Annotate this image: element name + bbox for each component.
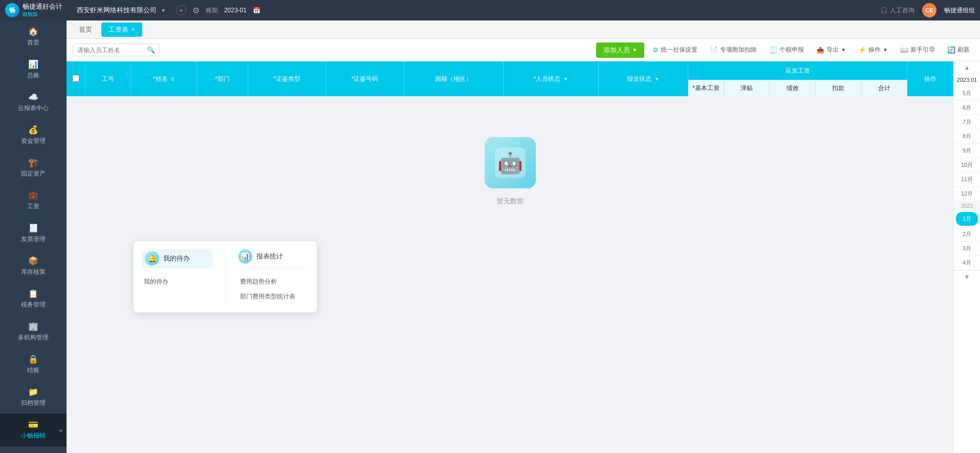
month-item-6[interactable]: 6月 <box>954 101 980 115</box>
month-item-3[interactable]: 3月 <box>954 242 980 256</box>
settings-icon[interactable]: ⚙ <box>192 6 200 15</box>
tab-salary-sheet[interactable]: 工资表 × <box>101 23 142 37</box>
sidebar-item-home[interactable]: 🏠 首页 <box>0 20 67 53</box>
sidebar-item-fixed-assets[interactable]: 🏗️ 固定资产 <box>0 152 67 184</box>
sidebar-item-basic-settings[interactable]: ⚙️ 基础设置 <box>0 446 67 453</box>
sidebar-item-salary[interactable]: 💼 工资 <box>0 184 67 217</box>
month-item-5[interactable]: 5月 <box>954 87 980 101</box>
month-item-12[interactable]: 12月 <box>954 187 980 201</box>
report-status-header: 报送状态 ▼ <box>598 61 688 96</box>
sidebar-item-cloud-report[interactable]: ☁️ 云报表中心 <box>0 86 67 119</box>
search-icon[interactable]: 🔍 <box>147 46 155 54</box>
popup-columns: 🔔 我的待办 我的待办 📊 报表统计 费用趋势分析 部门费用类型统计表 <box>142 249 309 304</box>
month-item-1[interactable]: 1月 <box>956 212 978 226</box>
name-sort-icon[interactable]: ⇅ <box>170 76 175 82</box>
month-navigator: ▲ 2023.01 5月 6月 7月 8月 9月 10月 11月 12月 202… <box>953 61 980 453</box>
operations-icon: ⚡ <box>858 46 866 54</box>
operations-button[interactable]: ⚡ 操作 ▼ <box>854 44 892 56</box>
refresh-icon: 🔄 <box>947 46 955 54</box>
search-input[interactable] <box>77 47 144 54</box>
popup-item-my-todo[interactable]: 我的待办 <box>142 274 213 289</box>
month-item-4[interactable]: 4月 <box>954 256 980 270</box>
popup-col-report-title: 报表统计 <box>256 252 283 261</box>
sidebar-item-invoice[interactable]: 🧾 发票管理 <box>0 217 67 250</box>
month-item-11[interactable]: 11月 <box>954 172 980 187</box>
sidebar-item-xiaochang[interactable]: 💳 小畅报销 ◀ <box>0 414 67 446</box>
empty-icon: 🤖 <box>485 137 536 188</box>
special-deduction-button[interactable]: 📄 专项附加扣除 <box>706 44 761 56</box>
sidebar-item-inventory[interactable]: 📦 库存核算 <box>0 250 67 283</box>
invoice-icon: 🧾 <box>28 223 38 233</box>
add-person-button[interactable]: 添加人员 ▼ <box>596 42 644 58</box>
add-button[interactable]: + <box>176 5 186 15</box>
social-security-icon: ⚙ <box>652 46 659 54</box>
month-nav-year: 2023.01 <box>954 74 980 87</box>
select-all-checkbox[interactable] <box>72 75 79 82</box>
service-button[interactable]: 🎧 人工咨询 <box>880 6 914 15</box>
refresh-button[interactable]: 🔄 刷新 <box>943 44 974 56</box>
status-filter-icon[interactable]: ▼ <box>563 76 568 82</box>
empty-text: 暂无数据 <box>497 197 524 206</box>
base-salary-header: *基本工资 <box>688 80 724 96</box>
sidebar-item-archive[interactable]: 📁 归档管理 <box>0 381 67 414</box>
search-box: 🔍 <box>73 44 160 56</box>
tab-bar: 首页 工资表 × <box>67 20 980 39</box>
sidebar-item-multi-org[interactable]: 🏢 多机构管理 <box>0 315 67 348</box>
calendar-icon[interactable]: 📅 <box>253 7 260 14</box>
sidebar-label-fund: 资金管理 <box>21 137 46 145</box>
tab-close-icon[interactable]: × <box>132 26 135 33</box>
tab-salary-label: 工资表 <box>108 25 128 34</box>
individual-tax-button[interactable]: 🧾 个税申报 <box>765 44 808 56</box>
sidebar-label-multi-org: 多机构管理 <box>18 333 49 342</box>
tab-home[interactable]: 首页 <box>72 23 99 37</box>
month-item-8[interactable]: 8月 <box>954 130 980 144</box>
performance-header: 绩效 <box>770 80 816 96</box>
sidebar-label-xiaochang: 小畅报销 <box>21 432 46 440</box>
popup-divider <box>225 249 226 304</box>
user-name: 畅捷通组组 <box>944 6 975 15</box>
sidebar-item-ledger[interactable]: 📊 总账 <box>0 53 67 86</box>
new-guide-button[interactable]: 📖 新手引导 <box>896 44 939 56</box>
sidebar-item-fund[interactable]: 💰 资金管理 <box>0 119 67 152</box>
payroll-group-header: 应发工资 <box>688 61 907 80</box>
month-nav-up-button[interactable]: ▲ <box>954 61 980 74</box>
sidebar-label-ledger: 总账 <box>27 71 39 80</box>
popup-menu: 🔔 我的待办 我的待办 📊 报表统计 费用趋势分析 部门费用类型统计表 <box>133 241 317 313</box>
robot-icon: 🤖 <box>497 151 523 175</box>
month-item-7[interactable]: 7月 <box>954 115 980 130</box>
todo-icon: 🔔 <box>145 251 159 266</box>
popup-col-todo-header: 🔔 我的待办 <box>142 249 213 268</box>
social-security-button[interactable]: ⚙ 统一社保设置 <box>648 44 702 56</box>
company-dropdown-icon[interactable]: ▼ <box>161 8 166 13</box>
year-2023-label: 2023 <box>954 201 980 211</box>
month-item-2[interactable]: 2月 <box>954 227 980 242</box>
inventory-icon: 📦 <box>28 256 38 266</box>
company-selector[interactable]: 西安虾米网络科技有限公司 ▼ <box>77 6 166 15</box>
multi-org-icon: 🏢 <box>28 321 38 331</box>
sidebar-label-home: 首页 <box>27 38 39 47</box>
logo-area: 畅 畅捷通好会计 旗舰版 <box>5 3 72 18</box>
user-avatar[interactable]: CE <box>922 3 937 17</box>
select-all-header <box>67 61 85 96</box>
export-label: 导出 <box>826 46 839 54</box>
popup-item-cost-trend[interactable]: 费用趋势分析 <box>238 274 309 289</box>
month-item-10[interactable]: 10月 <box>954 158 980 172</box>
header-actions: + ⚙ 账期 2023-01 📅 <box>176 5 260 15</box>
popup-col-todo-title: 我的待办 <box>163 254 190 263</box>
sidebar-label-salary: 工资 <box>27 202 39 211</box>
main-layout: 🏠 首页 📊 总账 ☁️ 云报表中心 💰 资金管理 🏗️ 固定资产 💼 工资 🧾… <box>0 20 980 453</box>
sidebar-item-closing[interactable]: 🔒 结账 <box>0 348 67 381</box>
logo-sub: 旗舰版 <box>23 11 62 18</box>
refresh-label: 刷新 <box>957 46 970 54</box>
home-icon: 🏠 <box>28 27 38 36</box>
logo-text-block: 畅捷通好会计 旗舰版 <box>23 3 62 18</box>
month-item-9[interactable]: 9月 <box>954 144 980 158</box>
sidebar-label-fixed-assets: 固定资产 <box>21 169 46 178</box>
month-nav-down-button[interactable]: ▼ <box>954 270 980 283</box>
popup-item-dept-cost[interactable]: 部门费用类型统计表 <box>238 289 309 304</box>
sidebar-item-tax[interactable]: 📋 税务管理 <box>0 283 67 315</box>
export-button[interactable]: 📤 导出 ▼ <box>812 44 850 56</box>
individual-tax-label: 个税申报 <box>779 46 804 54</box>
report-status-filter-icon[interactable]: ▼ <box>655 76 660 82</box>
special-deduction-icon: 📄 <box>710 46 718 54</box>
